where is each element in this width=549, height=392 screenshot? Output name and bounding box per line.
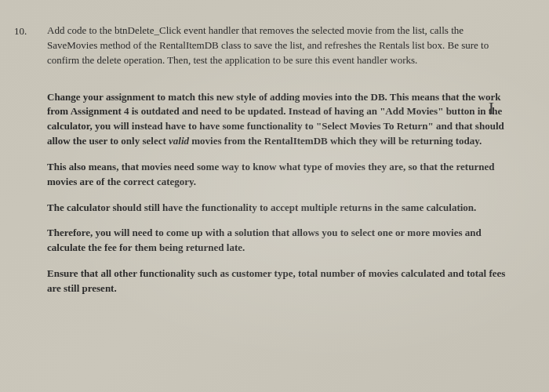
text-italic-valid: valid bbox=[169, 135, 189, 147]
item-number: 10. bbox=[14, 25, 27, 38]
paragraph-instruction: Add code to the btnDelete_Click event ha… bbox=[31, 24, 510, 68]
text-segment: movies from the RentalItemDB which they … bbox=[189, 135, 482, 147]
paragraph-solution: Therefore, you will need to come up with… bbox=[31, 226, 510, 256]
paragraph-multiple-returns: The calculator should still have the fun… bbox=[31, 201, 510, 216]
text-cursor-icon: I bbox=[489, 98, 494, 118]
paragraph-change-assignment: Change your assignment to match this new… bbox=[31, 90, 510, 149]
paragraph-movie-type: This also means, that movies need some w… bbox=[31, 160, 510, 190]
paragraph-ensure-functionality: Ensure that all other functionality such… bbox=[31, 267, 510, 296]
